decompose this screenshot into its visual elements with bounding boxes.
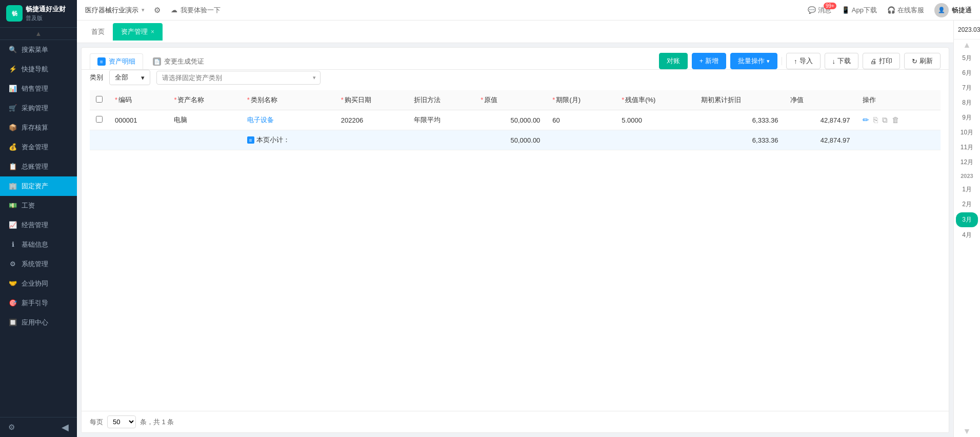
- tab-close-icon[interactable]: ×: [151, 28, 154, 35]
- per-page-label: 每页: [90, 418, 103, 427]
- sidebar-item-inventory[interactable]: 📦 库存核算: [0, 118, 77, 137]
- sidebar-item-ledger[interactable]: 📋 总账管理: [0, 157, 77, 176]
- inner-page: ≡ 资产明细 📄 变更生成凭证 对账 + 新增: [81, 47, 949, 433]
- date-item-12[interactable]: 12月: [954, 155, 980, 170]
- message-badge: 99+: [824, 3, 836, 9]
- per-page-select[interactable]: 50 100 200: [107, 415, 136, 428]
- batch-btn[interactable]: 批量操作 ▾: [730, 53, 777, 69]
- inner-tab-asset-detail[interactable]: ≡ 资产明细: [90, 53, 143, 69]
- print-btn[interactable]: 🖨 打印: [863, 53, 900, 69]
- sidebar-item-label: 企业协同: [22, 279, 69, 288]
- logo-text: 畅捷通好业财: [26, 5, 66, 13]
- sidebar-item-basic-info[interactable]: ℹ 基础信息: [0, 235, 77, 254]
- main-area: 医疗器械行业演示 ▾ ⚙ ☁ 我要体验一下 💬 消息 99+ 📱 App下载 🎧…: [77, 0, 980, 437]
- date-list: 5月 6月 7月 8月 9月 10月 11月 12月 2023 1月 2月 3月…: [954, 51, 980, 426]
- copy-icon[interactable]: ⎘: [873, 115, 878, 125]
- collab-icon: 🤝: [8, 279, 17, 288]
- ledger-icon: 📋: [8, 162, 17, 171]
- date-item-2[interactable]: 2月: [954, 197, 980, 212]
- date-item-4[interactable]: 4月: [954, 228, 980, 243]
- sidebar-item-label: 工资: [22, 201, 69, 210]
- date-item-8[interactable]: 8月: [954, 95, 980, 110]
- customer-service-btn[interactable]: 🎧 在线客服: [887, 6, 924, 15]
- refresh-btn[interactable]: ↻ 刷新: [904, 53, 941, 69]
- new-btn[interactable]: + 新增: [692, 53, 726, 69]
- company-arrow-icon: ▾: [142, 7, 145, 13]
- sidebar-scroll-up[interactable]: ▲: [35, 30, 42, 37]
- logo-area: 畅 畅捷通好业财 普及版: [0, 0, 77, 28]
- operations-icon: 📈: [8, 221, 17, 230]
- date-item-1[interactable]: 1月: [954, 182, 980, 197]
- logo-sub: 普及版: [26, 14, 66, 22]
- tab-home[interactable]: 首页: [85, 23, 111, 41]
- sidebar-item-label: 资金管理: [22, 143, 69, 152]
- total-count: 条，共 1 条: [140, 418, 174, 427]
- guide-icon: 🎯: [8, 299, 17, 308]
- date-item-5[interactable]: 5月: [954, 51, 980, 66]
- sidebar-item-guide[interactable]: 🎯 新手引导: [0, 293, 77, 313]
- experience-label: 我要体验一下: [181, 6, 221, 15]
- sidebar-item-label: 采购管理: [22, 104, 69, 113]
- category-select[interactable]: 全部 ▾: [109, 70, 150, 85]
- reconcile-btn[interactable]: 对账: [659, 53, 688, 69]
- asset-category-input-arrow-icon[interactable]: ▾: [309, 72, 320, 84]
- sidebar-item-label: 基础信息: [22, 240, 69, 249]
- import-btn[interactable]: ↑ 导入: [786, 53, 821, 69]
- delete-icon[interactable]: 🗑: [892, 115, 899, 125]
- tab-bar: 首页 资产管理 ×: [77, 21, 953, 43]
- sidebar-item-label: 系统管理: [22, 260, 69, 269]
- top-settings-icon[interactable]: ⚙: [154, 6, 161, 15]
- tab-active-label: 资产管理: [121, 27, 148, 36]
- inner-tab-voucher-label: 变更生成凭证: [164, 57, 204, 66]
- select-all-checkbox[interactable]: [96, 96, 103, 103]
- page-content: 首页 资产管理 × ≡ 资产明细 📄 变更生成凭证: [77, 21, 953, 437]
- sidebar-item-label: 库存核算: [22, 123, 69, 132]
- cell-period: 60: [546, 110, 615, 130]
- tab-asset-management[interactable]: 资产管理 ×: [113, 23, 163, 41]
- sidebar-item-salary[interactable]: 💵 工资: [0, 196, 77, 215]
- company-selector[interactable]: 医疗器械行业演示 ▾: [85, 6, 145, 15]
- date-item-6[interactable]: 6月: [954, 66, 980, 81]
- app-download-btn[interactable]: 📱 App下载: [842, 6, 877, 15]
- sidebar-item-operations[interactable]: 📈 经营管理: [0, 215, 77, 235]
- finance-icon: 💰: [8, 143, 17, 152]
- sidebar-item-sales[interactable]: 📊 销售管理: [0, 79, 77, 98]
- reconcile-btn-label: 对账: [667, 56, 680, 66]
- date-item-7[interactable]: 7月: [954, 81, 980, 95]
- message-btn[interactable]: 💬 消息 99+: [808, 6, 831, 15]
- experience-icon: ☁: [171, 6, 177, 14]
- col-action: 操作: [856, 90, 941, 110]
- edit-icon[interactable]: ✏: [863, 115, 869, 125]
- sidebar-item-fixed-assets[interactable]: 🏢 固定资产: [0, 176, 77, 196]
- asset-category-input[interactable]: [157, 71, 309, 84]
- sidebar-item-app-center[interactable]: 🔲 应用中心: [0, 313, 77, 332]
- inner-tab-voucher[interactable]: 📄 变更生成凭证: [145, 53, 212, 69]
- sidebar-item-collab[interactable]: 🤝 企业协同: [0, 274, 77, 293]
- experience-btn[interactable]: ☁ 我要体验一下: [171, 6, 221, 15]
- scroll-up-icon[interactable]: ▲: [954, 39, 980, 51]
- col-category: *类别名称: [241, 90, 335, 110]
- sidebar-item-finance[interactable]: 💰 资金管理: [0, 137, 77, 157]
- sidebar-item-system[interactable]: ⚙ 系统管理: [0, 254, 77, 274]
- cell-accumulated-depreciation: 6,333.36: [695, 110, 785, 130]
- settings-gear-icon[interactable]: ⚙: [8, 423, 15, 432]
- duplicate-icon[interactable]: ⧉: [882, 115, 888, 125]
- col-depreciation-method: 折旧方法: [408, 90, 474, 110]
- table-header-row: *编码 *资产名称 *类别名称 *购买日期: [90, 90, 941, 110]
- date-item-10[interactable]: 10月: [954, 125, 980, 140]
- refresh-btn-label: 刷新: [919, 56, 933, 66]
- scroll-down-icon[interactable]: ▼: [954, 426, 980, 437]
- sidebar-collapse-icon[interactable]: ◀: [62, 422, 69, 433]
- download-btn[interactable]: ↓ 下载: [825, 53, 859, 69]
- date-item-11[interactable]: 11月: [954, 140, 980, 155]
- date-item-3-active[interactable]: 3月: [956, 212, 978, 227]
- date-item-9[interactable]: 9月: [954, 110, 980, 125]
- row-checkbox[interactable]: [96, 116, 103, 123]
- sidebar-item-search[interactable]: 🔍 搜索菜单: [0, 40, 77, 59]
- sidebar-item-quick-nav[interactable]: ⚡ 快捷导航: [0, 59, 77, 79]
- user-avatar-area[interactable]: 👤 畅捷通: [934, 3, 972, 17]
- category-filter-label: 类别: [90, 73, 103, 82]
- category-select-arrow-icon: ▾: [141, 74, 145, 82]
- separator: [782, 57, 782, 65]
- sidebar-item-purchase[interactable]: 🛒 采购管理: [0, 98, 77, 118]
